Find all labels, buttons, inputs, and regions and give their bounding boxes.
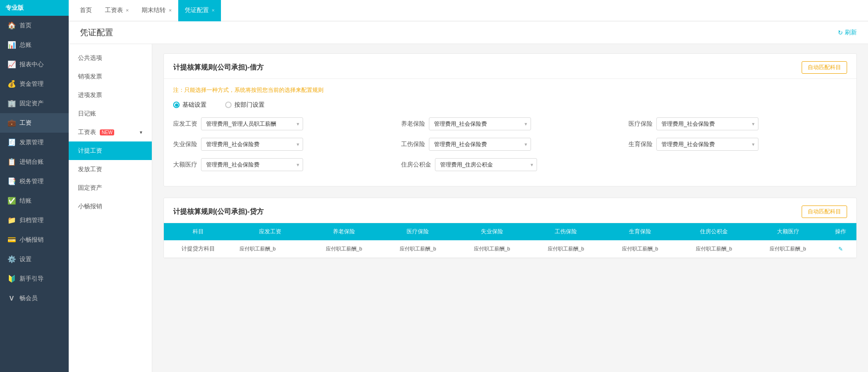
sidebar-item-archive[interactable]: 📁 归档管理 (0, 211, 69, 230)
tab-payroll[interactable]: 工资表 × (98, 0, 135, 21)
col-gongshang: 工伤保险 (529, 223, 603, 240)
sidebar-item-label: 发票管理 (19, 138, 44, 147)
new-badge: NEW (100, 129, 114, 135)
refresh-button[interactable]: ↻ 刷新 (838, 28, 857, 37)
label-yiliao: 医疗保险 (628, 120, 653, 128)
main-content-panel: 计提核算规则(公司承担)-借方 自动匹配科目 注：只能选择一种方式，系统将按照您… (152, 44, 868, 372)
tab-voucher-config[interactable]: 凭证配置 × (178, 0, 221, 21)
cell-yanglao: 应付职工薪酬_b (307, 240, 381, 258)
app-title: 专业版 (0, 0, 69, 16)
sidebar-item-xiaochang[interactable]: 💳 小畅报销 (0, 230, 69, 250)
select-yiliao[interactable]: 管理费用_社会保险费 (656, 117, 758, 130)
sidebar-item-tax[interactable]: 📑 税务管理 (0, 172, 69, 191)
sidebar-item-ledger[interactable]: 📊 总账 (0, 35, 69, 55)
tax-icon: 📑 (7, 177, 16, 186)
left-nav: 公共选项 销项发票 进项发票 日记账 工资表 NEW ▾ 计提工资 (69, 44, 152, 372)
nav-payroll-table[interactable]: 工资表 NEW ▾ (69, 123, 152, 141)
nav-fixed-assets[interactable]: 固定资产 (69, 179, 152, 197)
auto-match-credit-button[interactable]: 自动匹配科目 (802, 205, 847, 218)
salary-icon: 💼 (7, 119, 16, 127)
edit-icon[interactable]: ✎ (838, 246, 843, 252)
sidebar-item-settings[interactable]: ⚙️ 设置 (0, 250, 69, 269)
col-action: 操作 (825, 223, 856, 240)
sidebar-item-label: 首页 (19, 21, 32, 30)
home-icon: 🏠 (7, 21, 16, 30)
radio-group: 基础设置 按部门设置 (173, 101, 847, 109)
tab-period-close[interactable]: 期末结转 × (135, 0, 178, 21)
sidebar-item-assets[interactable]: 🏢 固定资产 (0, 94, 69, 113)
main-area: 首页 工资表 × 期末结转 × 凭证配置 × 凭证配置 ↻ 刷新 公共选项 (69, 0, 868, 372)
tab-voucher-config-close[interactable]: × (212, 7, 214, 13)
label-daeyiliao: 大额医疗 (173, 160, 197, 169)
field-zhufang: 住房公积金 管理费用_住房公积金 ▾ (401, 158, 620, 171)
auto-match-debit-button[interactable]: 自动匹配科目 (802, 61, 847, 74)
cell-daeyiliao: 应付职工薪酬_b (751, 240, 825, 258)
radio-dept[interactable]: 按部门设置 (225, 101, 265, 109)
cell-gongshang: 应付职工薪酬_b (529, 240, 603, 258)
refresh-icon: ↻ (838, 29, 843, 36)
nav-journal-label: 日记账 (78, 109, 96, 118)
cell-yanglao-val: 应付职工薪酬_b (326, 246, 362, 251)
cell-action[interactable]: ✎ (825, 240, 856, 258)
sidebar-item-settlement[interactable]: ✅ 结账 (0, 191, 69, 211)
field-shiye: 失业保险 管理费用_社会保险费 ▾ (173, 138, 392, 151)
nav-cancel-invoice[interactable]: 销项发票 (69, 67, 152, 86)
section-debit-title: 计提核算规则(公司承担)-借方 (173, 63, 264, 72)
select-daeyiliao-wrapper: 管理费用_社会保险费 ▾ (201, 158, 303, 171)
sidebar-item-label: 归档管理 (19, 216, 44, 224)
reports-icon: 📈 (7, 60, 16, 69)
nav-public[interactable]: 公共选项 (69, 49, 152, 67)
top-tabs: 首页 工资表 × 期末结转 × 凭证配置 × (69, 0, 868, 21)
tab-period-close-close[interactable]: × (168, 7, 171, 13)
ledger-icon: 📊 (7, 41, 16, 49)
radio-basic-label: 基础设置 (182, 101, 207, 109)
select-shiye[interactable]: 管理费用_社会保险费 (201, 138, 303, 151)
sidebar-item-label: 资金管理 (19, 80, 44, 88)
sidebar-item-label: 报表中心 (19, 60, 44, 69)
tab-payroll-label: 工资表 (105, 6, 123, 14)
nav-xiao-chang[interactable]: 小畅报销 (69, 197, 152, 216)
sidebar-item-home[interactable]: 🏠 首页 (0, 16, 69, 35)
tab-home[interactable]: 首页 (73, 0, 98, 21)
col-subject: 科目 (164, 223, 233, 240)
field-yanglao: 养老保险 管理费用_社会保险费 ▾ (401, 117, 620, 130)
sidebar-item-guide[interactable]: 🔰 新手引导 (0, 269, 69, 289)
field-gongshang: 工伤保险 管理费用_社会保险费 ▾ (401, 138, 620, 151)
chevron-down-icon: ▾ (140, 129, 143, 135)
sidebar-item-salary[interactable]: 💼 工资 (0, 113, 69, 133)
page-header: 凭证配置 ↻ 刷新 (69, 21, 868, 44)
cell-yiliao-val: 应付职工薪酬_b (400, 246, 436, 251)
nav-calc-salary[interactable]: 计提工资 (69, 141, 152, 160)
select-zhufang[interactable]: 管理费用_住房公积金 (435, 158, 537, 171)
cell-yingfa: 应付职工薪酬_b (233, 240, 307, 258)
section-credit-body: 科目 应发工资 养老保险 医疗保险 失业保险 工伤保险 生育保险 住房公积金 大… (164, 223, 856, 258)
select-shengyu[interactable]: 管理费用_社会保险费 (656, 138, 758, 151)
tab-payroll-close[interactable]: × (126, 7, 129, 13)
select-yingfa[interactable]: 管理费用_管理人员职工薪酬 (201, 117, 303, 130)
sidebar-item-capital[interactable]: 💰 资金管理 (0, 74, 69, 94)
cell-yingfa-val: 应付职工薪酬_b (237, 245, 279, 252)
field-shengyu: 生育保险 管理费用_社会保险费 ▾ (628, 138, 847, 151)
sidebar-item-label: 进销台账 (19, 158, 44, 166)
sidebar-item-purchase[interactable]: 📋 进销台账 (0, 152, 69, 172)
purchase-icon: 📋 (7, 158, 16, 166)
sidebar-item-vip[interactable]: V 畅会员 (0, 289, 69, 308)
sidebar-item-label: 新手引导 (19, 275, 44, 283)
guide-icon: 🔰 (7, 275, 16, 283)
nav-input-invoice-label: 进项发票 (78, 91, 102, 99)
sidebar-item-reports[interactable]: 📈 报表中心 (0, 55, 69, 74)
select-gongshang[interactable]: 管理费用_社会保险费 (429, 138, 531, 151)
assets-icon: 🏢 (7, 99, 16, 108)
nav-cancel-invoice-label: 销项发票 (78, 72, 102, 81)
radio-basic[interactable]: 基础设置 (173, 101, 207, 109)
select-yanglao[interactable]: 管理费用_社会保险费 (429, 117, 531, 130)
field-yiliao: 医疗保险 管理费用_社会保险费 ▾ (628, 117, 847, 130)
sidebar-item-invoices[interactable]: 🧾 发票管理 (0, 133, 69, 152)
nav-pay-salary[interactable]: 发放工资 (69, 160, 152, 179)
cell-daeyiliao-val: 应付职工薪酬_b (770, 246, 806, 251)
nav-input-invoice[interactable]: 进项发票 (69, 86, 152, 104)
nav-payroll-table-label: 工资表 (78, 128, 96, 136)
label-gongshang: 工伤保险 (401, 140, 425, 148)
nav-journal[interactable]: 日记账 (69, 104, 152, 123)
select-daeyiliao[interactable]: 管理费用_社会保险费 (201, 158, 303, 171)
